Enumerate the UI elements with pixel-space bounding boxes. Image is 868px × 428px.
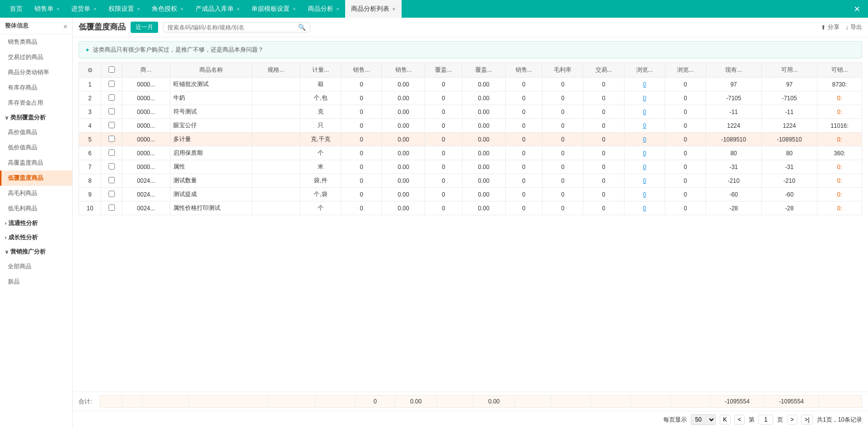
table-row[interactable]: 7 0000... 属性 米 0 0.00 0 0.00 0 0 0 0 0 -… <box>79 160 862 174</box>
row-browse1[interactable]: 0 <box>624 201 665 215</box>
col-settings[interactable]: ⚙ <box>79 63 101 78</box>
next-page-button[interactable]: > <box>787 415 797 425</box>
nav-tab-home[interactable]: 首页 <box>4 0 28 18</box>
sidebar-item-category-rate[interactable]: 商品分类动销率 <box>0 65 72 80</box>
sidebar-group-liquidity[interactable]: ›流通性分析 <box>0 216 72 230</box>
close-icon[interactable]: × <box>392 6 395 12</box>
row-unit: 个,包 <box>300 91 341 105</box>
table-row[interactable]: 6 0000... 启用保质期 个 0 0.00 0 0.00 0 0 0 0 … <box>79 146 862 160</box>
first-page-button[interactable]: K <box>720 415 731 425</box>
row-select-checkbox[interactable] <box>108 94 115 101</box>
row-select-checkbox[interactable] <box>108 136 115 142</box>
row-available: -210 <box>761 174 817 188</box>
close-icon[interactable]: × <box>93 6 96 12</box>
table-row[interactable]: 10 0024... 属性价格打印测试 个 0 0.00 0 0.00 0 0 … <box>79 201 862 215</box>
row-checkbox[interactable] <box>101 146 122 160</box>
page-size-select[interactable]: 50 100 200 <box>691 414 716 425</box>
row-browse1[interactable]: 0 <box>624 105 665 119</box>
nav-tab-purchase[interactable]: 进货单 × <box>65 0 102 18</box>
table-row[interactable]: 2 0000... 牛奶 个,包 0 0.00 0 0.00 0 0 0 0 0… <box>79 91 862 105</box>
row-margin: 0 <box>542 174 583 188</box>
sidebar-item-new-goods[interactable]: 新品 <box>0 274 72 289</box>
close-icon[interactable]: × <box>56 6 59 12</box>
page-number-input[interactable] <box>759 415 773 425</box>
search-input[interactable] <box>167 24 298 31</box>
sidebar-group-coverage[interactable]: ∨类别覆盖分析 <box>0 111 72 125</box>
sidebar-item-low-coverage[interactable]: 低覆盖度商品 <box>0 171 72 186</box>
sidebar-item-stock-capital[interactable]: 库存资金占用 <box>0 95 72 111</box>
select-all-checkbox[interactable] <box>108 66 115 73</box>
table-row[interactable]: 8 0024... 测试数量 袋,件 0 0.00 0 0.00 0 0 0 0… <box>79 174 862 188</box>
sidebar-group-growth[interactable]: ›成长性分析 <box>0 230 72 245</box>
sidebar-group-marketing[interactable]: ∨营销推广分析 <box>0 245 72 259</box>
row-checkbox[interactable] <box>101 201 122 215</box>
row-select-checkbox[interactable] <box>108 149 115 156</box>
nav-tab-permissions[interactable]: 权限设置 × <box>103 0 146 18</box>
export-button[interactable]: ↓ 导出 <box>845 23 862 31</box>
nav-tab-sales[interactable]: 销售单 × <box>28 0 65 18</box>
row-select-checkbox[interactable] <box>108 204 115 211</box>
prev-page-button[interactable]: < <box>734 415 745 425</box>
sidebar-item-all-goods[interactable]: 全部商品 <box>0 259 72 274</box>
row-browse1[interactable]: 0 <box>624 188 665 201</box>
share-button[interactable]: ⬆ 分享 <box>821 23 840 31</box>
sidebar-item-in-stock[interactable]: 有库存商品 <box>0 80 72 95</box>
row-browse1[interactable]: 0 <box>624 119 665 133</box>
row-checkbox[interactable] <box>101 188 122 201</box>
row-select-checkbox[interactable] <box>108 81 115 87</box>
row-browse1[interactable]: 0 <box>624 146 665 160</box>
sidebar-item-high-value[interactable]: 高价值商品 <box>0 125 72 140</box>
table-row[interactable]: 5 0000... 多计量 克,千克 0 0.00 0 0.00 0 0 0 0… <box>79 133 862 146</box>
row-select-checkbox[interactable] <box>108 122 115 128</box>
table-row[interactable]: 9 0024... 测试提成 个,袋 0 0.00 0 0.00 0 0 0 0… <box>79 188 862 201</box>
col-checkbox[interactable] <box>101 63 122 78</box>
sidebar-item-low-margin[interactable]: 低毛利商品 <box>0 201 72 216</box>
sidebar-item-sales-goods[interactable]: 销售类商品 <box>0 34 72 50</box>
table-row[interactable]: 1 0000... 旺铺批次测试 箱 0 0.00 0 0.00 0 0 0 0… <box>79 78 862 91</box>
row-browse1[interactable]: 0 <box>624 78 665 91</box>
row-browse1[interactable]: 0 <box>624 91 665 105</box>
row-cover2: 0.00 <box>462 78 505 91</box>
close-icon[interactable]: × <box>293 6 296 12</box>
row-trade: 0 <box>583 146 624 160</box>
sidebar-item-traded-goods[interactable]: 交易过的商品 <box>0 50 72 65</box>
nav-tab-analysis[interactable]: 商品分析 × <box>302 0 345 18</box>
nav-tab-templates[interactable]: 单据模板设置 × <box>245 0 301 18</box>
search-icon[interactable]: 🔍 <box>298 24 306 31</box>
row-num: 8 <box>79 174 101 188</box>
row-checkbox[interactable] <box>101 119 122 133</box>
close-icon[interactable]: × <box>137 6 140 12</box>
nav-tab-products[interactable]: 产成品入库单 × <box>190 0 245 18</box>
sidebar-collapse-button[interactable]: « <box>63 22 67 30</box>
nav-tab-analysis-list[interactable]: 商品分析列表 × <box>345 0 401 18</box>
close-icon[interactable]: × <box>237 6 240 12</box>
table-row[interactable]: 4 0000... 眼宝公仔 只 0 0.00 0 0.00 0 0 0 0 0… <box>79 119 862 133</box>
row-checkbox[interactable] <box>101 78 122 91</box>
window-close-button[interactable]: ✕ <box>850 4 864 14</box>
period-button[interactable]: 近一月 <box>131 22 158 33</box>
row-checkbox[interactable] <box>101 105 122 119</box>
row-select-checkbox[interactable] <box>108 177 115 183</box>
sidebar-item-low-value[interactable]: 低价值商品 <box>0 140 72 155</box>
sidebar-item-high-coverage[interactable]: 高覆盖度商品 <box>0 155 72 171</box>
row-browse1[interactable]: 0 <box>624 160 665 174</box>
row-select-checkbox[interactable] <box>108 163 115 170</box>
row-checkbox[interactable] <box>101 174 122 188</box>
nav-tab-roles[interactable]: 角色授权 × <box>146 0 189 18</box>
sidebar-item-high-margin[interactable]: 高毛利商品 <box>0 186 72 201</box>
row-spec <box>252 160 300 174</box>
row-checkbox[interactable] <box>101 91 122 105</box>
row-available: 80 <box>761 146 817 160</box>
row-select-checkbox[interactable] <box>108 108 115 114</box>
row-browse1[interactable]: 0 <box>624 133 665 146</box>
row-checkbox[interactable] <box>101 133 122 146</box>
row-select-checkbox[interactable] <box>108 191 115 197</box>
row-browse1[interactable]: 0 <box>624 174 665 188</box>
close-icon[interactable]: × <box>180 6 183 12</box>
last-page-button[interactable]: >| <box>801 415 813 425</box>
row-checkbox[interactable] <box>101 160 122 174</box>
row-current: -31 <box>706 160 761 174</box>
close-icon[interactable]: × <box>336 6 339 12</box>
table-row[interactable]: 3 0000... 符号测试 克 0 0.00 0 0.00 0 0 0 0 0… <box>79 105 862 119</box>
table-container[interactable]: ⚙ 商... 商品名称 规格... 计量... 销售... 销售... 覆盖..… <box>73 62 868 392</box>
